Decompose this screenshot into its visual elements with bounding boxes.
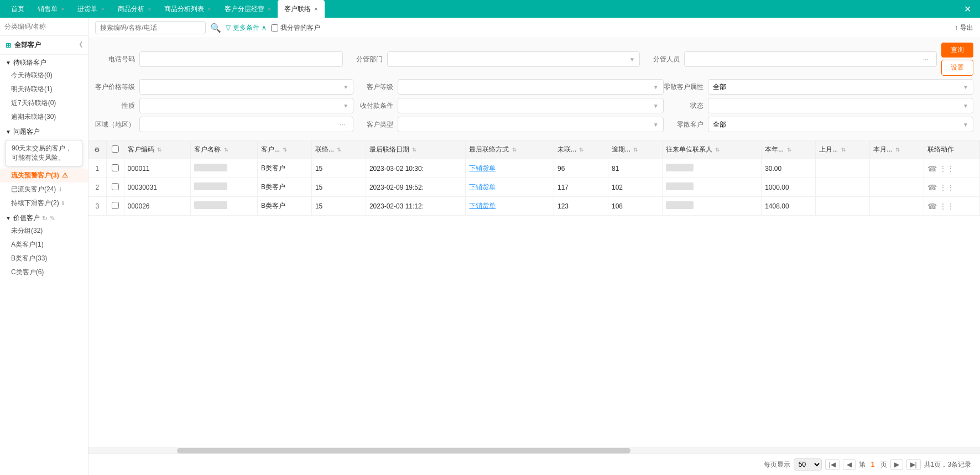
filter-icon: ▽ — [226, 24, 231, 32]
sort-icon-method[interactable]: ⇅ — [512, 147, 517, 153]
col-settings[interactable]: ⚙ — [88, 140, 106, 159]
per-page-select[interactable]: 50 100 — [794, 458, 822, 471]
sidebar-search-area: 🔍 — [0, 18, 88, 36]
sidebar-item-c-type[interactable]: C类客户(6) — [0, 265, 88, 279]
row-checkbox[interactable] — [106, 178, 124, 197]
last-page-btn[interactable]: ▶| — [906, 459, 921, 470]
row-last-method[interactable]: 下销货单 — [466, 178, 554, 197]
action-more-icon[interactable]: ⋮⋮ — [939, 202, 955, 211]
sidebar-item-b-type[interactable]: B类客户(33) — [0, 252, 88, 265]
tab-customer-contact[interactable]: 客户联络 × — [278, 0, 324, 18]
nature-select[interactable]: ▼ — [139, 98, 353, 113]
sort-icon-this-month[interactable]: ⇅ — [895, 147, 900, 153]
prev-page-btn[interactable]: ◀ — [843, 459, 856, 470]
tab-customer-tier-close[interactable]: × — [268, 6, 271, 12]
row-code: 000011 — [124, 159, 191, 178]
tab-purchase[interactable]: 进货单 × — [71, 0, 111, 18]
tab-analysis-list-close[interactable]: × — [207, 6, 211, 12]
col-checkbox[interactable] — [106, 140, 124, 159]
row-select-checkbox[interactable] — [112, 202, 119, 209]
customer-level-select[interactable]: ▼ — [398, 79, 663, 95]
sort-icon-year[interactable]: ⇅ — [787, 147, 791, 153]
my-customers-checkbox[interactable] — [271, 24, 278, 32]
action-contact-icon[interactable]: ☎ — [927, 202, 937, 211]
select-all-checkbox[interactable] — [112, 145, 119, 153]
sidebar-group-value[interactable]: ▼ 价值客户 ↻ ✎ — [0, 210, 88, 224]
sidebar-item-today[interactable]: 今天待联络(0) — [0, 69, 88, 82]
sidebar-item-overdue[interactable]: 逾期未联络(30) — [0, 110, 88, 124]
sort-icon-name[interactable]: ⇅ — [224, 147, 228, 153]
sidebar-item-7days[interactable]: 近7天待联络(0) — [0, 96, 88, 110]
price-level-select[interactable]: ▼ — [139, 79, 353, 95]
edit-icon[interactable]: ✎ — [50, 215, 55, 222]
tab-sales[interactable]: 销售单 × — [31, 0, 71, 18]
filter-search-input[interactable] — [95, 21, 206, 34]
action-more-icon[interactable]: ⋮⋮ — [939, 183, 955, 192]
sidebar-item-churned[interactable]: 已流失客户(24) ℹ — [0, 182, 88, 196]
filter-more-conditions-btn[interactable]: ▽ 更多条件 ∧ — [226, 23, 267, 33]
status-select[interactable]: ▼ — [708, 98, 973, 113]
tab-customer-contact-close[interactable]: × — [314, 6, 317, 12]
action-more-icon[interactable]: ⋮⋮ — [939, 164, 955, 173]
sidebar-group-problem[interactable]: ▼ 问题客户 — [0, 124, 88, 138]
sidebar-item-churn-warning[interactable]: 流失预警客户(3) ⚠ — [0, 169, 88, 182]
sidebar-item-a-type[interactable]: A类客户(1) — [0, 238, 88, 252]
action-contact-icon[interactable]: ☎ — [927, 164, 937, 173]
tab-home[interactable]: 首页 — [4, 0, 31, 18]
row-checkbox[interactable] — [106, 159, 124, 178]
region-dots[interactable]: ··· — [336, 121, 348, 128]
window-close-button[interactable]: ✕ — [960, 4, 976, 14]
sidebar-collapse-btn[interactable]: 《 — [76, 40, 82, 50]
zero-customer-select[interactable]: 全部▼ — [708, 117, 973, 132]
row-select-checkbox[interactable] — [112, 183, 119, 190]
dept-select[interactable]: ▼ — [387, 51, 640, 67]
manager-select[interactable]: ··· — [684, 51, 937, 67]
sidebar-all-customers[interactable]: ⊞ 全部客户 《 — [0, 36, 88, 55]
sort-icon-date[interactable]: ⇅ — [412, 147, 416, 153]
tab-purchase-close[interactable]: × — [101, 6, 104, 12]
sidebar-group-pending[interactable]: ▼ 待联络客户 — [0, 55, 88, 69]
page-suffix: 页 — [880, 460, 887, 469]
sort-icon-contact[interactable]: ⇅ — [337, 147, 341, 153]
filter-search-button[interactable]: 🔍 — [210, 23, 221, 33]
sidebar-item-tomorrow[interactable]: 明天待联络(1) — [0, 82, 88, 96]
tab-customer-tier[interactable]: 客户分层经营 × — [218, 0, 278, 18]
my-customers-checkbox-area[interactable]: 我分管的客户 — [271, 23, 320, 33]
sort-icon-type[interactable]: ⇅ — [283, 147, 287, 153]
sort-icon-overdue[interactable]: ⇅ — [633, 147, 638, 153]
sidebar-item-ungroup[interactable]: 未分组(32) — [0, 224, 88, 238]
customer-type-select[interactable]: ▼ — [398, 117, 663, 132]
refresh-icon[interactable]: ↻ — [42, 215, 48, 222]
filter-bar: 🔍 ▽ 更多条件 ∧ 我分管的客户 ↑ 导出 — [88, 18, 980, 38]
horizontal-scrollbar[interactable] — [88, 447, 980, 453]
row-last-method[interactable]: 下销货单 — [466, 197, 554, 216]
phone-input[interactable] — [139, 51, 343, 67]
row-last-method[interactable]: 下销货单 — [466, 159, 554, 178]
first-page-btn[interactable]: |◀ — [825, 459, 840, 470]
sidebar-item-declining[interactable]: 持续下滑客户(2) ℹ — [0, 196, 88, 210]
sort-icon-uncontacted[interactable]: ⇅ — [579, 147, 583, 153]
sort-icon-person[interactable]: ⇅ — [715, 147, 720, 153]
zero-customer-label: 零散客户 — [664, 120, 708, 129]
payment-select[interactable]: ▼ — [398, 98, 663, 113]
settings-button[interactable]: 设置 — [941, 60, 973, 76]
tab-analysis[interactable]: 商品分析 × — [111, 0, 158, 18]
tab-sales-close[interactable]: × — [61, 6, 64, 12]
action-contact-icon[interactable]: ☎ — [927, 183, 937, 192]
tab-analysis-close[interactable]: × — [148, 6, 151, 12]
zero-attr-select[interactable]: 全部▼ — [708, 79, 973, 95]
next-page-btn[interactable]: ▶ — [890, 459, 903, 470]
export-button[interactable]: ↑ 导出 — [955, 23, 973, 33]
row-checkbox[interactable] — [106, 197, 124, 216]
manager-more-dots[interactable]: ··· — [920, 55, 932, 63]
sidebar: 🔍 ⊞ 全部客户 《 ▼ 待联络客户 今天待联络(0) 明天待联络(1) 近7天… — [0, 18, 88, 475]
row-select-checkbox[interactable] — [112, 164, 119, 171]
query-button[interactable]: 查询 — [941, 43, 973, 58]
customer-type-chevron: ▼ — [653, 122, 659, 128]
region-select[interactable]: ··· — [139, 117, 353, 132]
sort-icon-last-month[interactable]: ⇅ — [841, 147, 846, 153]
sort-icon-code[interactable]: ⇅ — [157, 147, 161, 153]
sidebar-search-input[interactable] — [4, 23, 87, 30]
scrollbar-thumb[interactable] — [177, 448, 630, 453]
tab-analysis-list[interactable]: 商品分析列表 × — [158, 0, 217, 18]
